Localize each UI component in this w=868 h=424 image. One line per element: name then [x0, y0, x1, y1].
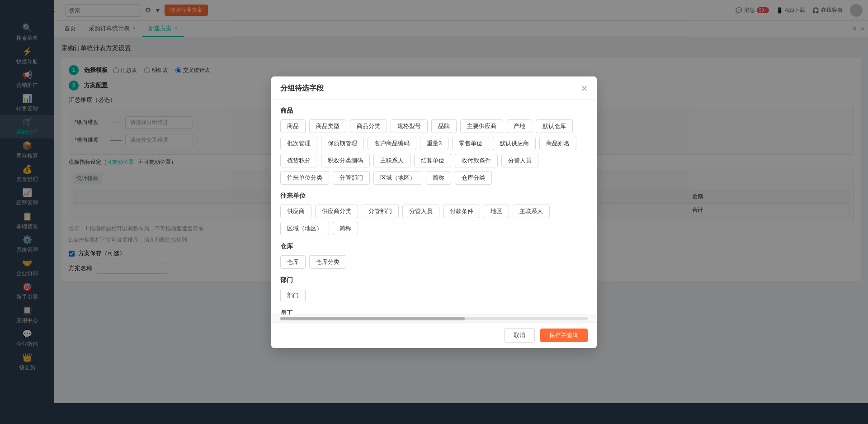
field-tag-0-17[interactable]: 主联系人: [373, 154, 410, 167]
field-group-title-3: 部门: [280, 276, 588, 284]
modal-dialog: 分组待选字段 ✕ 商品商品商品类型商品分类规格型号品牌主要供应商产地默认仓库批次…: [271, 76, 597, 348]
modal-header: 分组待选字段 ✕: [271, 76, 597, 100]
field-tag-0-10[interactable]: 客户商品编码: [368, 137, 416, 150]
field-tag-0-18[interactable]: 结算单位: [414, 154, 451, 167]
field-tag-1-4[interactable]: 付款条件: [443, 205, 480, 218]
field-tag-0-21[interactable]: 往来单位分类: [280, 171, 329, 185]
field-tag-0-24[interactable]: 简称: [426, 171, 451, 185]
field-tag-0-9[interactable]: 保质期管理: [321, 137, 364, 150]
field-tag-0-5[interactable]: 主要供应商: [460, 119, 503, 133]
field-tags-3: 部门: [280, 289, 588, 302]
field-tag-1-5[interactable]: 地区: [484, 205, 509, 218]
field-tag-1-1[interactable]: 供应商分类: [315, 205, 358, 218]
field-tag-0-7[interactable]: 默认仓库: [536, 119, 573, 133]
field-group-3: 部门部门: [280, 276, 588, 302]
field-tags-1: 供应商供应商分类分管部门分管人员付款条件地区主联系人区域（地区）简称: [280, 205, 588, 235]
field-tags-0: 商品商品类型商品分类规格型号品牌主要供应商产地默认仓库批次管理保质期管理客户商品…: [280, 119, 588, 185]
field-tag-2-0[interactable]: 仓库: [280, 255, 306, 269]
field-tag-0-6[interactable]: 产地: [507, 119, 532, 133]
field-tag-0-13[interactable]: 默认供应商: [493, 137, 536, 150]
field-tag-1-2[interactable]: 分管部门: [362, 205, 399, 218]
field-group-title-4: 员工: [280, 310, 588, 314]
modal-footer: 取消 保存并查询: [271, 322, 597, 348]
field-tag-0-14[interactable]: 商品别名: [539, 137, 576, 150]
field-tag-0-3[interactable]: 规格型号: [391, 119, 428, 133]
field-tag-0-23[interactable]: 区域（地区）: [373, 171, 422, 185]
field-tag-0-2[interactable]: 商品分类: [350, 119, 387, 133]
field-tag-0-25[interactable]: 仓库分类: [455, 171, 492, 185]
field-tag-0-8[interactable]: 批次管理: [280, 137, 317, 150]
modal-body: 商品商品商品类型商品分类规格型号品牌主要供应商产地默认仓库批次管理保质期管理客户…: [271, 100, 597, 314]
modal-title: 分组待选字段: [280, 84, 324, 93]
modal-scroll-bar[interactable]: [271, 314, 597, 322]
field-tag-0-16[interactable]: 税收分类编码: [321, 154, 370, 167]
field-tag-0-4[interactable]: 品牌: [431, 119, 457, 133]
field-group-2: 仓库仓库仓库分类: [280, 243, 588, 269]
field-group-title-0: 商品: [280, 107, 588, 115]
field-tag-1-6[interactable]: 主联系人: [513, 205, 550, 218]
field-tag-0-11[interactable]: 重量3: [420, 137, 448, 150]
field-tag-0-20[interactable]: 分管人员: [501, 154, 538, 167]
field-tag-0-22[interactable]: 分管部门: [333, 171, 370, 185]
field-tag-0-15[interactable]: 拣货积分: [280, 154, 317, 167]
field-tag-1-3[interactable]: 分管人员: [402, 205, 439, 218]
field-group-title-2: 仓库: [280, 243, 588, 251]
field-tag-0-19[interactable]: 收付款条件: [455, 154, 498, 167]
field-group-0: 商品商品商品类型商品分类规格型号品牌主要供应商产地默认仓库批次管理保质期管理客户…: [280, 107, 588, 185]
field-tag-0-12[interactable]: 零售单位: [452, 137, 489, 150]
field-group-1: 往来单位供应商供应商分类分管部门分管人员付款条件地区主联系人区域（地区）简称: [280, 192, 588, 235]
modal-close-button[interactable]: ✕: [581, 84, 588, 94]
field-tag-0-0[interactable]: 商品: [280, 119, 306, 133]
field-tag-1-0[interactable]: 供应商: [280, 205, 311, 218]
field-tag-1-8[interactable]: 简称: [333, 222, 358, 235]
modal-overlay: 分组待选字段 ✕ 商品商品商品类型商品分类规格型号品牌主要供应商产地默认仓库批次…: [0, 0, 868, 424]
field-tag-0-1[interactable]: 商品类型: [309, 119, 346, 133]
field-tag-2-1[interactable]: 仓库分类: [309, 255, 346, 269]
confirm-button[interactable]: 保存并查询: [540, 329, 588, 342]
field-tag-3-0[interactable]: 部门: [280, 289, 306, 302]
field-group-title-1: 往来单位: [280, 192, 588, 200]
cancel-button[interactable]: 取消: [504, 328, 535, 343]
field-tags-2: 仓库仓库分类: [280, 255, 588, 269]
field-group-4: 员工业务员: [280, 310, 588, 314]
field-tag-1-7[interactable]: 区域（地区）: [280, 222, 329, 235]
